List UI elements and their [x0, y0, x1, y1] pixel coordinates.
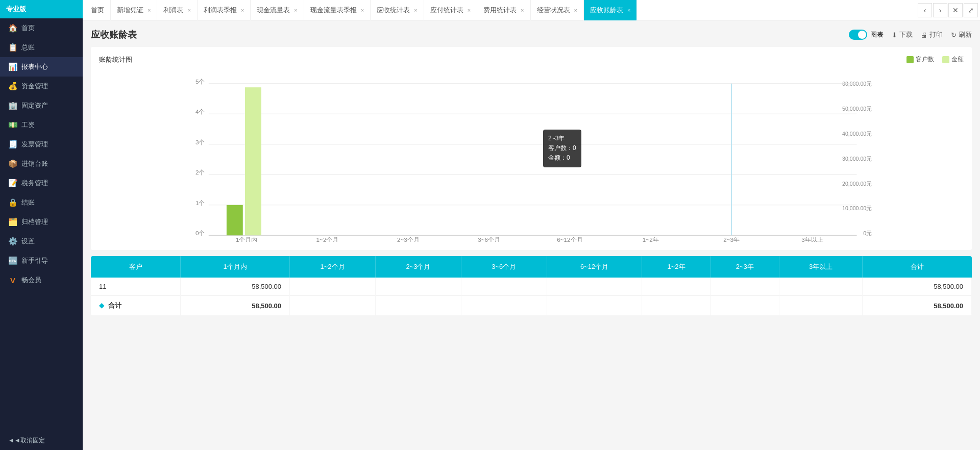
- cell-2-3m: [375, 278, 461, 296]
- table-header-row: 客户 1个月内 1~2个月 2~3个月 3~6个月 6~12个月 1~2年 2~…: [91, 256, 972, 278]
- tab-close-cashflow[interactable]: ×: [294, 7, 297, 13]
- download-button[interactable]: ⬇ 下载: [892, 30, 913, 39]
- tab-close-voucher[interactable]: ×: [148, 7, 151, 13]
- tab-cashflow-quarterly[interactable]: 现金流量表季报 ×: [304, 0, 371, 20]
- svg-text:5个: 5个: [195, 78, 205, 85]
- download-icon: ⬇: [892, 31, 897, 39]
- tab-close-profit[interactable]: ×: [187, 7, 190, 13]
- sidebar-item-ledger[interactable]: 📋 总账: [0, 38, 83, 57]
- refresh-icon: ↻: [951, 31, 957, 39]
- tab-close-payable-stat[interactable]: ×: [468, 7, 471, 13]
- svg-text:20,000.00元: 20,000.00元: [842, 181, 872, 187]
- legend-amount: 金额: [942, 55, 964, 64]
- sidebar-item-asset[interactable]: 🏢 固定资产: [0, 96, 83, 115]
- tab-profit[interactable]: 利润表 ×: [157, 0, 197, 20]
- tab-home[interactable]: 首页: [85, 0, 111, 20]
- tab-close-cashflow-quarterly[interactable]: ×: [361, 7, 364, 13]
- data-table: 客户 1个月内 1~2个月 2~3个月 3~6个月 6~12个月 1~2年 2~…: [91, 256, 972, 315]
- sidebar-item-label: 固定资产: [21, 101, 48, 110]
- table-total-row: ◆ 合计 58,500.00 58,500.00: [91, 296, 972, 316]
- settings-icon: ⚙️: [8, 237, 17, 246]
- print-button[interactable]: 🖨 打印: [921, 30, 943, 39]
- x-label-7: 3年以上: [801, 236, 823, 242]
- sidebar-item-guide[interactable]: 🆕 新手引导: [0, 251, 83, 270]
- tab-business-stat[interactable]: 经营状况表 ×: [531, 0, 584, 20]
- cell-1-2m: [290, 278, 376, 296]
- tab-close-profit-quarterly[interactable]: ×: [241, 7, 244, 13]
- sidebar-item-fund[interactable]: 💰 资金管理: [0, 77, 83, 96]
- tab-close-all-button[interactable]: ✕: [948, 3, 963, 17]
- cell-3-6m: [461, 278, 547, 296]
- tab-voucher[interactable]: 新增凭证 ×: [111, 0, 157, 20]
- x-label-5: 1~2年: [643, 236, 659, 242]
- sidebar-item-label: 资金管理: [21, 82, 48, 91]
- tab-close-business-stat[interactable]: ×: [574, 7, 577, 13]
- total-2-3y: [710, 296, 779, 316]
- tab-payable-stat[interactable]: 应付统计表 ×: [424, 0, 477, 20]
- col-header-3-6m: 3~6个月: [461, 256, 547, 278]
- chart-toggle[interactable]: [849, 30, 867, 40]
- chart-toggle-wrap: 图表: [849, 30, 884, 40]
- svg-text:10,000.00元: 10,000.00元: [842, 205, 872, 211]
- tab-prev-button[interactable]: ‹: [918, 3, 932, 17]
- invoice-icon: 🧾: [8, 140, 17, 149]
- guide-icon: 🆕: [8, 256, 17, 265]
- sidebar-item-label: 畅会员: [21, 276, 41, 285]
- col-header-customer: 客户: [91, 256, 181, 278]
- sidebar-item-report[interactable]: 📊 报表中心: [0, 57, 83, 77]
- sidebar-item-invoice[interactable]: 🧾 发票管理: [0, 135, 83, 154]
- svg-text:1个: 1个: [195, 199, 205, 206]
- tab-label: 应收统计表: [377, 6, 410, 15]
- bar-customer-0: [227, 205, 243, 236]
- tab-label: 现金流量表季报: [310, 6, 357, 15]
- toggle-pin-button[interactable]: ◄◄取消固定: [0, 431, 83, 450]
- tab-close-aging[interactable]: ×: [627, 7, 630, 13]
- legend-customer-label: 客户数: [916, 55, 934, 64]
- refresh-button[interactable]: ↻ 刷新: [951, 30, 972, 39]
- tab-cashflow[interactable]: 现金流量表 ×: [251, 0, 304, 20]
- x-label-2: 2~3个月: [397, 236, 420, 242]
- x-label-1: 1~2个月: [316, 236, 339, 242]
- tab-expense-stat[interactable]: 费用统计表 ×: [477, 0, 530, 20]
- tab-receivable-stat[interactable]: 应收统计表 ×: [371, 0, 424, 20]
- tab-profit-quarterly[interactable]: 利润表季报 ×: [198, 0, 251, 20]
- total-6-12m: [547, 296, 642, 316]
- table-row: 11 58,500.00 58,500.00: [91, 278, 972, 296]
- sidebar-item-tax[interactable]: 📝 税务管理: [0, 173, 83, 193]
- cell-6-12m: [547, 278, 642, 296]
- sidebar-item-label: 新手引导: [21, 256, 48, 265]
- x-label-6: 2~3年: [723, 236, 740, 242]
- sidebar-item-label: 发票管理: [21, 140, 48, 149]
- tax-icon: 📝: [8, 179, 17, 188]
- sidebar-item-settings[interactable]: ⚙️ 设置: [0, 232, 83, 251]
- tab-aging[interactable]: 应收账龄表 ×: [584, 0, 637, 20]
- tab-close-expense-stat[interactable]: ×: [521, 7, 524, 13]
- tab-next-button[interactable]: ›: [933, 3, 947, 17]
- sidebar-item-member[interactable]: V 畅会员: [0, 270, 83, 290]
- total-label: ◆ 合计: [91, 296, 181, 316]
- sidebar-item-close[interactable]: 🔒 结账: [0, 193, 83, 212]
- tab-close-receivable-stat[interactable]: ×: [414, 7, 417, 13]
- svg-text:40,000.00元: 40,000.00元: [842, 131, 872, 137]
- chart-toggle-label: 图表: [870, 30, 884, 39]
- sidebar-item-salary[interactable]: 💵 工资: [0, 115, 83, 135]
- svg-text:0元: 0元: [863, 230, 872, 236]
- print-icon: 🖨: [921, 31, 927, 39]
- col-header-1-2y: 1~2年: [642, 256, 710, 278]
- total-1m: 58,500.00: [181, 296, 290, 316]
- chart-panel: 账龄统计图 客户数 金额 0个 1个 2个 3个 4个: [91, 47, 972, 250]
- page-content: 应收账龄表 图表 ⬇ 下载 🖨 打印 ↻ 刷新: [83, 20, 980, 450]
- tab-label: 费用统计表: [483, 6, 517, 15]
- page-title: 应收账龄表: [91, 29, 137, 41]
- col-header-2-3y: 2~3年: [710, 256, 779, 278]
- svg-text:4个: 4个: [195, 108, 205, 115]
- sidebar-item-archive[interactable]: 🗂️ 归档管理: [0, 212, 83, 232]
- sidebar-item-stock[interactable]: 📦 进销台账: [0, 154, 83, 173]
- sidebar-item-label: 税务管理: [21, 179, 48, 188]
- chart-legend: 客户数 金额: [906, 55, 964, 64]
- sidebar-item-label: 总账: [21, 43, 35, 52]
- sidebar-item-home[interactable]: 🏠 首页: [0, 18, 83, 38]
- chart-container: 0个 1个 2个 3个 4个 5个 0元 10,000.00元 20,000.0…: [99, 68, 964, 242]
- total-3y-plus: [779, 296, 863, 316]
- tab-expand-button[interactable]: ⤢: [964, 3, 978, 17]
